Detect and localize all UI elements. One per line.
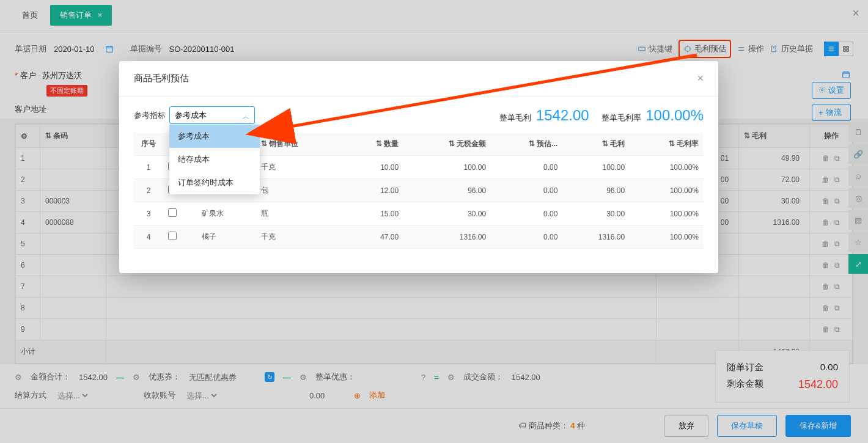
sum-rate-label: 整单毛利率 [601,113,641,122]
mrow-rate: 100.00% [630,156,704,179]
modal-close-icon[interactable]: × [697,72,704,85]
mcol-qty[interactable]: ⇅ 数量 [344,133,404,156]
row-checkbox[interactable] [168,232,177,240]
modal-row[interactable]: 3矿泉水瓶15.0030.000.0030.00100.00% [134,202,704,225]
sum-profit-label: 整单毛利 [499,113,531,122]
mrow-qty: 15.00 [344,202,404,225]
row-checkbox[interactable] [168,208,177,217]
option-ref-cost[interactable]: 参考成本 [169,125,260,148]
mrow-unit: 千克 [256,156,344,179]
modal-row[interactable]: 4橘子千克47.001316.000.001316.00100.00% [134,225,704,249]
mcol-rate[interactable]: ⇅ 毛利率 [630,133,704,156]
mrow-amount: 96.00 [403,179,491,202]
mcol-amount[interactable]: ⇅ 无税金额 [403,133,491,156]
mrow-idx: 1 [134,156,163,179]
metric-dropdown: 参考成本 结存成本 订单签约时成本 [169,125,260,194]
profit-estimate-modal: 商品毛利预估 × 参考指标 ︿ 参考成本 结存成本 订单签约时成本 整单毛利 1… [119,61,718,273]
mrow-amount: 100.00 [403,156,491,179]
mrow-unit: 包 [256,179,344,202]
sum-profit-val: 1542.00 [536,107,589,123]
mrow-est: 0.00 [491,202,562,225]
mrow-profit: 96.00 [562,179,630,202]
mrow-amount: 1316.00 [403,225,491,249]
mcol-profit[interactable]: ⇅ 毛利 [562,133,630,156]
mrow-est: 0.00 [491,156,562,179]
option-signing-cost[interactable]: 订单签约时成本 [169,171,260,194]
mcol-unit[interactable]: ⇅ 销售单位 [256,133,344,156]
mrow-rate: 100.00% [630,202,704,225]
mrow-qty: 12.00 [344,179,404,202]
filter-label: 参考指标 [134,110,166,121]
mrow-profit: 100.00 [562,156,630,179]
mrow-unit: 千克 [256,225,344,249]
mrow-name: 橘子 [197,225,256,249]
sum-rate-val: 100.00% [645,107,704,123]
mrow-est: 0.00 [491,225,562,249]
mrow-est: 0.00 [491,179,562,202]
mrow-idx: 3 [134,202,163,225]
mrow-profit: 1316.00 [562,225,630,249]
mrow-amount: 30.00 [403,202,491,225]
chevron-up-icon[interactable]: ︿ [242,111,250,122]
mrow-qty: 47.00 [344,225,404,249]
mrow-idx: 2 [134,179,163,202]
mrow-idx: 4 [134,225,163,249]
mrow-profit: 30.00 [562,202,630,225]
mrow-qty: 10.00 [344,156,404,179]
mcol-idx[interactable]: 序号 [134,133,163,156]
mrow-rate: 100.00% [630,179,704,202]
mrow-unit: 瓶 [256,202,344,225]
mcol-est[interactable]: ⇅ 预估... [491,133,562,156]
option-closing-cost[interactable]: 结存成本 [169,148,260,171]
mrow-name: 矿泉水 [197,202,256,225]
modal-title: 商品毛利预估 [134,73,189,84]
mrow-rate: 100.00% [630,225,704,249]
